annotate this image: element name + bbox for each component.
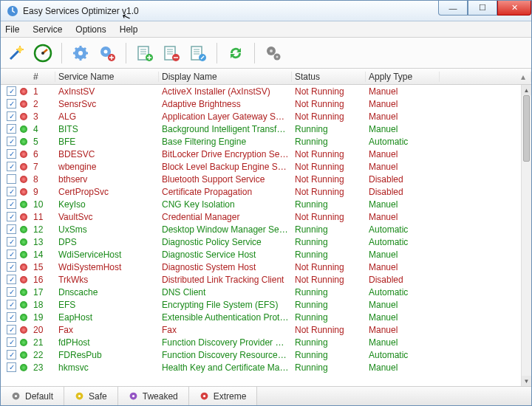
row-checkbox[interactable]: ✓: [7, 250, 16, 259]
table-row[interactable]: ✓18EFSEncrypting File System (EFS)Runnin…: [1, 298, 521, 311]
table-row[interactable]: ✓3ALGApplication Layer Gateway Ser...Not…: [1, 110, 521, 123]
col-status[interactable]: Status: [292, 72, 366, 82]
row-status: Not Running: [292, 187, 366, 197]
menu-options[interactable]: Options: [75, 24, 106, 35]
table-row[interactable]: ✓13DPSDiagnostic Policy ServiceRunningAu…: [1, 235, 521, 248]
maximize-button[interactable]: ☐: [468, 1, 497, 16]
row-checkbox[interactable]: ✓: [7, 149, 16, 159]
row-status: Not Running: [292, 162, 366, 172]
row-number: 1: [30, 86, 55, 97]
tool-gear-icon[interactable]: [69, 42, 92, 64]
row-checkbox[interactable]: ✓: [7, 111, 16, 121]
table-row[interactable]: ✓2SensrSvcAdaptive BrightnessNot Running…: [1, 97, 521, 110]
tab-extreme[interactable]: Extreme: [189, 387, 258, 405]
tool-settings-icon[interactable]: [262, 42, 284, 64]
tool-gear-add-icon[interactable]: [96, 42, 118, 64]
row-checkbox[interactable]: ✓: [7, 312, 16, 322]
col-service-name[interactable]: Service Name: [55, 72, 159, 82]
row-checkbox[interactable]: ✓: [7, 212, 16, 221]
row-checkbox[interactable]: ✓: [7, 187, 16, 196]
tab-safe[interactable]: Safe: [64, 387, 118, 405]
svg-point-1: [18, 47, 22, 52]
table-row[interactable]: ✓23hkmsvcHealth Key and Certificate Man.…: [1, 361, 521, 374]
scroll-down-icon[interactable]: ▼: [522, 376, 531, 386]
table-row[interactable]: ✓19EapHostExtensible Authentication Prot…: [1, 311, 521, 323]
row-apply-type: Manuel: [366, 212, 440, 222]
tool-speed-icon[interactable]: [32, 42, 54, 64]
row-checkbox[interactable]: ✓: [7, 350, 16, 359]
row-checkbox[interactable]: ✓: [7, 362, 16, 372]
table-row[interactable]: ✓16TrkWksDistributed Link Tracking Clien…: [1, 273, 521, 286]
row-display-name: Desktop Window Manager Sess...: [159, 224, 292, 235]
tab-default[interactable]: Default: [1, 387, 64, 405]
row-checkbox[interactable]: ✓: [7, 199, 16, 209]
row-checkbox[interactable]: ✓: [7, 162, 16, 171]
row-status: Not Running: [292, 174, 366, 185]
row-number: 20: [30, 325, 55, 335]
row-number: 14: [30, 250, 55, 260]
minimize-button[interactable]: —: [438, 1, 468, 16]
row-checkbox[interactable]: ✓: [7, 237, 16, 247]
table-row[interactable]: ✓15WdiSystemHostDiagnostic System HostNo…: [1, 261, 521, 273]
row-checkbox[interactable]: ✓: [7, 137, 16, 146]
row-display-name: ActiveX Installer (AxInstSV): [159, 86, 292, 97]
row-status: Running: [292, 287, 366, 297]
row-checkbox[interactable]: ✓: [7, 224, 16, 234]
row-checkbox[interactable]: ✓: [7, 124, 16, 134]
row-checkbox[interactable]: ✓: [7, 300, 16, 309]
menu-service[interactable]: Service: [33, 24, 62, 35]
col-display-name[interactable]: Display Name: [159, 72, 292, 82]
table-row[interactable]: ✓5BFEBase Filtering EngineRunningAutomat…: [1, 135, 521, 148]
row-service-name: bthserv: [55, 174, 159, 185]
row-status: Not Running: [292, 86, 366, 97]
table-row[interactable]: ✓14WdiServiceHostDiagnostic Service Host…: [1, 248, 521, 261]
tool-list-remove-icon[interactable]: [160, 42, 183, 64]
tool-list-add-icon[interactable]: [134, 42, 156, 64]
row-apply-type: Manuel: [366, 99, 440, 109]
menu-help[interactable]: Help: [120, 24, 138, 35]
row-checkbox[interactable]: ✓: [7, 325, 16, 334]
row-display-name: Diagnostic Service Host: [159, 250, 292, 260]
scrollbar[interactable]: ▲ ▼: [521, 85, 531, 386]
table-row[interactable]: ✓17DnscacheDNS ClientRunningAutomatic: [1, 286, 521, 298]
row-status: Running: [292, 124, 366, 134]
close-button[interactable]: ✕: [497, 1, 531, 16]
row-service-name: DPS: [55, 237, 159, 247]
table-row[interactable]: ✓12UxSmsDesktop Window Manager Sess...Ru…: [1, 223, 521, 235]
col-number[interactable]: #: [30, 72, 55, 82]
row-apply-type: Manuel: [366, 162, 440, 172]
row-checkbox[interactable]: ✓: [7, 99, 16, 109]
table-row[interactable]: ✓20FaxFaxNot RunningManuel: [1, 323, 521, 336]
table-row[interactable]: ✓21fdPHostFunction Discovery Provider Ho…: [1, 336, 521, 348]
table-row[interactable]: 8bthservBluetooth Support ServiceNot Run…: [1, 173, 521, 185]
table-row[interactable]: ✓4BITSBackground Intelligent Transfer...…: [1, 123, 521, 135]
tool-refresh-icon[interactable]: [225, 42, 247, 64]
row-checkbox[interactable]: ✓: [7, 275, 16, 284]
menu-file[interactable]: File: [5, 24, 19, 35]
scroll-thumb[interactable]: [523, 95, 530, 162]
table-row[interactable]: ✓9CertPropSvcCertificate PropagationNot …: [1, 185, 521, 198]
row-checkbox[interactable]: ✓: [7, 337, 16, 347]
table-row[interactable]: ✓11VaultSvcCredential ManagerNot Running…: [1, 210, 521, 223]
tab-tweaked[interactable]: Tweaked: [118, 387, 189, 405]
row-service-name: BDESVC: [55, 149, 159, 159]
col-apply-type[interactable]: Apply Type: [366, 72, 440, 82]
row-service-name: Dnscache: [55, 287, 159, 297]
row-checkbox[interactable]: ✓: [7, 287, 16, 297]
table-row[interactable]: ✓1AxInstSVActiveX Installer (AxInstSV)No…: [1, 85, 521, 97]
tab-label: Safe: [89, 391, 107, 402]
row-checkbox[interactable]: [7, 174, 16, 184]
table-row[interactable]: ✓6BDESVCBitLocker Drive Encryption Servi…: [1, 148, 521, 160]
table-row[interactable]: ✓7wbengineBlock Level Backup Engine Serv…: [1, 160, 521, 173]
tool-list-edit-icon[interactable]: [187, 42, 209, 64]
toolbar: [1, 38, 531, 69]
tool-wand-icon[interactable]: [5, 42, 27, 64]
table-row[interactable]: ✓10KeyIsoCNG Key IsolationRunningManuel: [1, 198, 521, 210]
scroll-up-icon[interactable]: ▲: [522, 85, 531, 95]
window-title: Easy Services Optimizer v1.0: [23, 6, 139, 16]
row-checkbox[interactable]: ✓: [7, 86, 16, 96]
table-row[interactable]: ✓22FDResPubFunction Discovery Resource P…: [1, 348, 521, 361]
row-checkbox[interactable]: ✓: [7, 262, 16, 272]
titlebar[interactable]: Easy Services Optimizer v1.0 ↖ — ☐ ✕: [1, 1, 531, 21]
row-status: Running: [292, 300, 366, 310]
